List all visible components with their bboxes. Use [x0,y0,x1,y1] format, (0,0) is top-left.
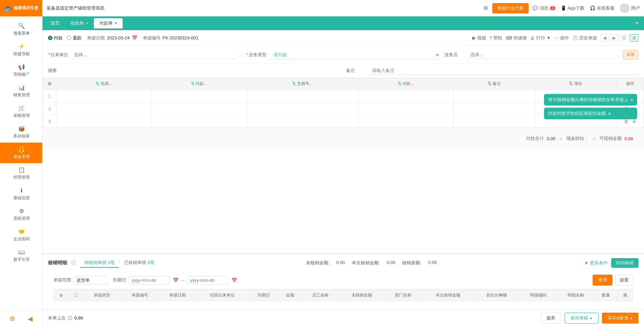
verify-help-icon[interactable]: ⓘ [71,260,76,266]
row-payment-acct-2[interactable] [151,102,247,115]
current-verify-label: 本次核销金额: [352,260,380,266]
sidebar-item-basic-info[interactable]: ℹ 基础信息 [0,184,42,204]
tab-receipt[interactable]: 收款单 × [65,18,94,28]
save-new-button[interactable]: 保存&新增 ▲ [602,313,639,324]
search-icon: 🔍 [18,23,25,29]
note-input[interactable] [369,67,639,75]
counterparty-more-icon[interactable]: … [238,52,242,57]
pending-tab[interactable]: 待核销单据 0笔 [80,258,119,268]
sidebar-item-system[interactable]: ⚙ 系统管理 [0,204,42,225]
list-icon[interactable]: ☰ [620,34,629,41]
row-payment-amt-3[interactable] [358,115,454,128]
available-label: 可抵销金额 [599,135,622,142]
nav-next-icon[interactable]: ▶ [610,34,618,41]
tab-payment-close[interactable]: × [115,21,117,26]
sidebar: 🐟 畅捷通好生意 🔍 搜索菜单 ⚡ 快捷导航 📢 营销推广 📊 销售管理 🛒 采… [0,0,42,326]
sidebar-item-guide[interactable]: 📖 新手引导 [0,245,42,266]
app-download-button[interactable]: 📱 App下载 [561,5,584,11]
verified-tab[interactable]: 已核销单据 0笔 [120,258,159,268]
sidebar-item-nav[interactable]: ⚡ 快捷导航 [0,40,42,60]
user-button[interactable]: 用户 [620,3,640,13]
row-transaction-2[interactable] [247,102,358,115]
customer-service-button[interactable]: 🎧 在线客服 [590,5,615,11]
voucher-range-select[interactable]: 进货单 [73,276,108,285]
tooltip-1-close[interactable]: × [630,97,633,102]
sidebar-item-label: 搜索菜单 [13,31,30,36]
help-label: 帮助 [493,35,502,41]
business-type-label: 业务类型 [246,52,267,58]
print-button[interactable]: 🖨 打印 ▼ [530,35,551,41]
tab-home[interactable]: 首页 [45,18,65,28]
data-col-settings[interactable]: ⚙ [54,290,69,301]
abandon-button[interactable]: 放弃 [541,313,561,324]
more-filter-button[interactable]: ▼ 更多条件 [584,260,608,266]
tab-receipt-close[interactable]: × [86,21,88,26]
row-note-2[interactable] [454,102,535,115]
row-payment-amt-2[interactable] [358,102,454,115]
auto-verify-button[interactable]: 自动核销 [611,258,639,268]
nav-prev-icon[interactable]: ◀ [600,34,609,41]
sidebar-item-sales[interactable]: 📊 销售管理 [0,81,42,101]
date-from-input[interactable] [128,276,170,285]
query-button[interactable]: 查询 [593,275,612,286]
grid-icon[interactable]: ⊞ [630,34,639,41]
col-project: ⇅ 项目 [535,78,617,90]
date-from-calendar-icon[interactable]: 📅 [173,278,178,283]
pending-count: 0笔 [108,260,115,265]
sidebar-item-purchase[interactable]: 🛒 采购管理 [0,101,42,122]
row-note-3[interactable] [454,115,535,128]
row-transaction-1[interactable] [247,90,358,102]
payment-radio[interactable]: 付款 [48,35,63,41]
staff-input[interactable] [468,51,613,59]
date-to-calendar-icon[interactable]: 📅 [232,278,237,283]
trial-button[interactable]: 体验行业方案 [492,3,529,13]
verified-count: 0笔 [148,260,154,265]
sidebar-collapse-icon[interactable]: ◀ [28,315,33,323]
save-draft-arrow-icon[interactable]: ▲ [590,316,593,320]
refund-radio[interactable]: 退款 [67,35,82,41]
date-to-input[interactable] [187,276,228,285]
sidebar-item-inventory[interactable]: 📦 库存核算 [0,122,42,143]
payment-radio-input[interactable] [48,36,52,40]
set-button[interactable]: 设置 [623,50,639,59]
row-settlement-2[interactable] [57,102,152,115]
data-col-checkbox[interactable]: ☐ [69,290,83,301]
operation-button[interactable]: ⋯ 操作 [554,35,569,41]
sidebar-item-search[interactable]: 🔍 搜索菜单 [0,19,42,40]
tab-payment-label: 付款单 [99,20,113,26]
row-note-1[interactable] [454,90,535,102]
save-new-arrow-icon[interactable]: ▲ [630,316,633,320]
counterparty-input[interactable] [71,51,235,59]
staff-more-icon[interactable]: … [616,52,620,57]
refund-radio-input[interactable] [67,36,71,40]
topbar-settings-icon[interactable]: ⚙ [483,5,488,11]
sidebar-item-enterprise[interactable]: 🤝 企业协同 [0,225,42,245]
calendar-icon[interactable]: 📅 [132,35,137,40]
handshake-icon: 🤝 [18,228,25,235]
help-button[interactable]: ? 帮助 [490,35,502,41]
video-button[interactable]: ▶ 视频 [472,35,486,41]
history-button[interactable]: 🕐 历史单据 [572,35,597,41]
sidebar-settings-icon[interactable]: ⚙ [10,315,15,323]
row-settlement-3[interactable] [57,115,152,128]
save-draft-button[interactable]: 保存草稿 ▲ [565,313,599,324]
row-payment-amt-1[interactable] [358,90,454,102]
tab-payment[interactable]: 付款单 × [94,18,123,28]
sidebar-item-marketing[interactable]: 📢 营销推广 [0,60,42,81]
tooltip-2-close[interactable]: × [608,111,611,116]
message-button[interactable]: 💬 消息 6 [533,5,555,11]
row-num-3: 3 [43,115,57,128]
business-type-select[interactable]: 应付款 [270,50,441,59]
message-icon: 💬 [533,5,538,11]
row-payment-acct-3[interactable] [151,115,247,128]
main-close-icon[interactable]: × [633,19,641,28]
sidebar-item-operation[interactable]: 📋 经营管理 [0,163,42,184]
bottom-help-icon[interactable]: ⓘ [68,315,72,321]
verify-setting-button[interactable]: 设置 [615,275,633,286]
col-settings[interactable]: ⚙ [43,78,57,90]
shortcut-button[interactable]: ⌨ 快捷键 [506,35,527,41]
sidebar-item-finance[interactable]: 💰 资金管理 [0,143,42,163]
row-transaction-3[interactable] [247,115,358,128]
row-payment-acct-1[interactable] [151,90,247,102]
row-settlement-1[interactable] [57,90,152,102]
